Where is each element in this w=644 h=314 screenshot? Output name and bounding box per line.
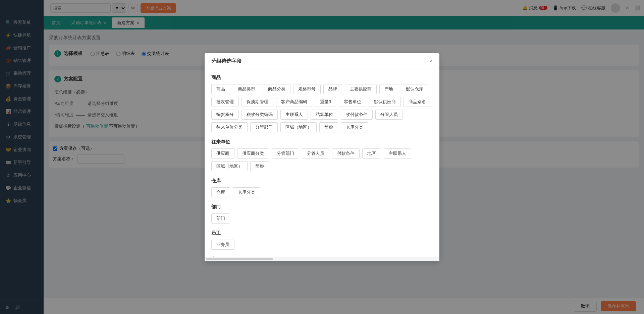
modal-close-button[interactable]: × <box>430 58 433 64</box>
field-tag-0-5[interactable]: 主要供应商 <box>345 84 377 94</box>
field-tag-0-11[interactable]: 重量3 <box>315 97 336 107</box>
field-tag-3-0[interactable]: 部门 <box>211 213 230 224</box>
field-tag-0-8[interactable]: 批次管理 <box>211 97 239 107</box>
field-tag-0-23[interactable]: 区域（地区） <box>280 122 317 132</box>
field-tag-0-16[interactable]: 税收分类编码 <box>241 110 278 120</box>
modal-field-tags-1: 供应商供应商分类分管部门分管人员付款条件地区主联系人区域（地区）简称 <box>211 148 433 171</box>
field-tag-0-14[interactable]: 商品别名 <box>404 97 431 107</box>
field-tag-0-18[interactable]: 结算单位 <box>311 110 338 120</box>
modal-field-tags-4: 业务员 <box>211 240 433 250</box>
field-tag-0-6[interactable]: 产地 <box>379 84 398 94</box>
field-tag-1-4[interactable]: 付款条件 <box>332 148 360 159</box>
modal-section-4: 员工业务员 <box>211 230 433 250</box>
modal-section-1: 往来单位供应商供应商分类分管部门分管人员付款条件地区主联系人区域（地区）简称 <box>211 139 433 171</box>
field-tag-0-2[interactable]: 商品分类 <box>263 84 290 94</box>
modal-field-tags-0: 商品商品类型商品分类规格型号品牌主要供应商产地默认仓库批次管理保质期管理客户商品… <box>211 84 433 132</box>
field-tag-0-25[interactable]: 仓库分类 <box>341 122 368 132</box>
field-tag-0-24[interactable]: 简称 <box>319 122 338 132</box>
modal-body: 商品商品商品类型商品分类规格型号品牌主要供应商产地默认仓库批次管理保质期管理客户… <box>205 69 439 257</box>
field-tag-0-17[interactable]: 主联系人 <box>280 110 308 120</box>
field-tag-1-6[interactable]: 主联系人 <box>384 148 411 159</box>
field-tag-1-2[interactable]: 分管部门 <box>272 148 299 159</box>
modal-header: 分组待选字段 × <box>205 53 439 69</box>
modal-section-title-1: 往来单位 <box>211 139 433 145</box>
modal-section-title-2: 仓库 <box>211 178 433 184</box>
field-tag-0-13[interactable]: 默认供应商 <box>369 97 401 107</box>
modal-field-tags-2: 仓库仓库分类 <box>211 187 433 197</box>
field-tag-1-1[interactable]: 供应商分类 <box>237 148 269 159</box>
field-tag-0-20[interactable]: 分管人员 <box>375 110 403 120</box>
field-tag-4-0[interactable]: 业务员 <box>211 240 234 250</box>
modal-section-title-4: 员工 <box>211 230 433 236</box>
modal-section-title-0: 商品 <box>211 75 433 81</box>
modal-hscroll-thumb[interactable] <box>206 258 273 260</box>
field-tag-1-3[interactable]: 分管人员 <box>302 148 329 159</box>
modal-section-3: 部门部门 <box>211 204 433 224</box>
field-tag-0-1[interactable]: 商品类型 <box>233 84 260 94</box>
modal-field-tags-3: 部门 <box>211 213 433 224</box>
field-tag-2-1[interactable]: 仓库分类 <box>233 187 260 197</box>
modal: 分组待选字段 × 商品商品商品类型商品分类规格型号品牌主要供应商产地默认仓库批次… <box>205 53 439 261</box>
modal-overlay: 分组待选字段 × 商品商品商品类型商品分类规格型号品牌主要供应商产地默认仓库批次… <box>0 0 644 314</box>
field-tag-0-15[interactable]: 拣货积分 <box>211 110 239 120</box>
field-tag-1-7[interactable]: 区域（地区） <box>211 161 248 171</box>
field-tag-0-4[interactable]: 品牌 <box>323 84 342 94</box>
field-tag-0-7[interactable]: 默认仓库 <box>401 84 428 94</box>
field-tag-0-19[interactable]: 收付款条件 <box>341 110 373 120</box>
modal-title: 分组待选字段 <box>211 58 241 64</box>
field-tag-1-8[interactable]: 简称 <box>250 161 269 171</box>
field-tag-0-10[interactable]: 客户商品编码 <box>276 97 312 107</box>
field-tag-0-12[interactable]: 零售单位 <box>339 97 366 107</box>
field-tag-1-0[interactable]: 供应商 <box>211 148 234 159</box>
field-tag-0-9[interactable]: 保质期管理 <box>241 97 273 107</box>
field-tag-0-0[interactable]: 商品 <box>211 84 230 94</box>
field-tag-1-5[interactable]: 地区 <box>362 148 381 159</box>
modal-section-title-3: 部门 <box>211 204 433 210</box>
field-tag-0-22[interactable]: 分管部门 <box>250 122 278 132</box>
modal-section-0: 商品商品商品类型商品分类规格型号品牌主要供应商产地默认仓库批次管理保质期管理客户… <box>211 75 433 132</box>
field-tag-2-0[interactable]: 仓库 <box>211 187 230 197</box>
modal-section-2: 仓库仓库仓库分类 <box>211 178 433 197</box>
field-tag-0-3[interactable]: 规格型号 <box>293 84 321 94</box>
modal-hscroll <box>205 257 439 261</box>
field-tag-0-21[interactable]: 往来单位分类 <box>211 122 248 132</box>
